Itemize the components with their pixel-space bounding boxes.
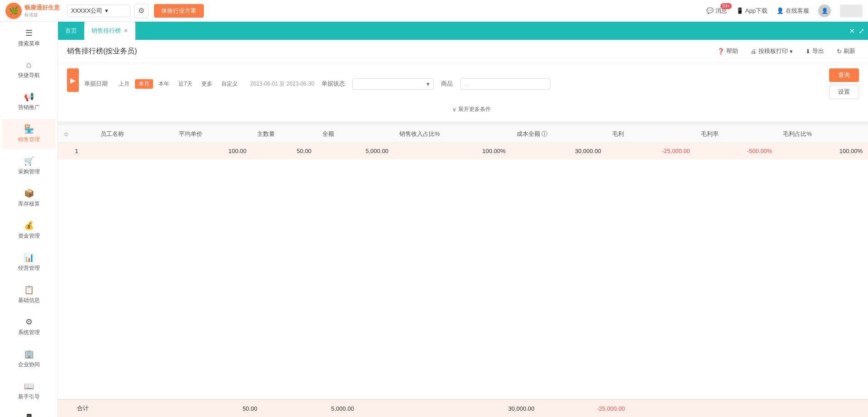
company-name: XXXXX公司 bbox=[71, 7, 102, 15]
filter-settings-button[interactable]: 设置 bbox=[829, 85, 859, 99]
print-chevron-icon: ▾ bbox=[790, 48, 793, 55]
print-label: 按模板打印 bbox=[758, 47, 788, 55]
status-select[interactable]: ▾ bbox=[352, 78, 434, 90]
date-tab-more[interactable]: 更多 bbox=[198, 79, 216, 89]
tab-close-all-icon[interactable]: ✕ bbox=[849, 27, 855, 35]
help-button[interactable]: ❓ 帮助 bbox=[714, 45, 742, 57]
sidebar-item-inventory[interactable]: 📦 库存核算 bbox=[2, 183, 56, 213]
footer-qty: 50.00 bbox=[243, 405, 331, 412]
sidebar-item-enterprise[interactable]: 🏢 企业协同 bbox=[2, 344, 56, 374]
sales-icon: 🏪 bbox=[24, 124, 34, 134]
basic-info-icon: 📋 bbox=[24, 285, 34, 295]
refresh-button[interactable]: ↻ 刷新 bbox=[833, 45, 859, 57]
guide-icon: 📖 bbox=[24, 381, 34, 391]
app-name: 畅康通好生意 bbox=[24, 4, 60, 12]
footer-amount: 5,000.00 bbox=[331, 405, 420, 412]
col-rank: ☆ bbox=[58, 125, 95, 143]
print-icon: 🖨 bbox=[751, 48, 757, 55]
app-download-button[interactable]: 📱 App下载 bbox=[736, 7, 767, 15]
sidebar-label-purchase: 采购管理 bbox=[18, 168, 40, 176]
messages-button[interactable]: 💬 消息 99+ bbox=[706, 7, 727, 15]
sales-ranking-table: ☆ 员工名称 平均单价 主数量 全额 销售收入占比% 成本全额 ⓘ 毛利 毛利率… bbox=[58, 125, 868, 159]
tab-home-label: 首页 bbox=[65, 27, 77, 35]
refresh-icon: ↻ bbox=[837, 48, 842, 55]
col-profit-ratio: 毛利占比% bbox=[777, 125, 868, 143]
sidebar-item-app-center[interactable]: 📱 应用中心 bbox=[2, 408, 56, 417]
cell-qty: 50.00 bbox=[252, 143, 317, 159]
sidebar-item-operation[interactable]: 📊 经营管理 bbox=[2, 247, 56, 278]
filter-row: 单据日期 上月 本月 本年 近7天 更多 自定义 2023-06-01 至 20… bbox=[84, 68, 859, 99]
settings-icon[interactable]: ⚙ bbox=[134, 4, 149, 18]
date-tab-cur-year[interactable]: 本年 bbox=[155, 79, 173, 89]
table-container: ☆ 员工名称 平均单价 主数量 全额 销售收入占比% 成本全额 ⓘ 毛利 毛利率… bbox=[58, 125, 868, 399]
finance-icon: 💰 bbox=[24, 220, 34, 230]
col-profit-rate: 毛利率 bbox=[695, 125, 777, 143]
service-icon: 👤 bbox=[777, 7, 784, 14]
print-button[interactable]: 🖨 按模板打印 ▾ bbox=[747, 45, 796, 57]
content-area: 首页 销售排行榜 ✕ ✕ ⤢ 销售排行榜(按业务员) ❓ 帮助 bbox=[58, 22, 868, 417]
expand-more-row[interactable]: ∨ 展开更多条件 bbox=[84, 103, 859, 116]
company-selector[interactable]: XXXXX公司 ▾ bbox=[67, 5, 130, 17]
date-label: 单据日期 bbox=[84, 80, 108, 88]
cell-profit: -25,000.00 bbox=[607, 143, 695, 159]
sidebar-item-marketing[interactable]: 📢 营销推广 bbox=[2, 86, 56, 117]
col-sales-ratio: 销售收入占比% bbox=[394, 125, 511, 143]
date-range-display: 2023-06-01 至 2023-06-30 bbox=[250, 80, 314, 88]
sidebar-item-sales[interactable]: 🏪 销售管理 bbox=[2, 119, 56, 149]
table-footer: 合计 50.00 5,000.00 30,000.00 -25,000.00 bbox=[58, 399, 868, 417]
sidebar-item-finance[interactable]: 💰 资金管理 bbox=[2, 215, 56, 245]
col-avg-price: 平均单价 bbox=[173, 125, 252, 143]
export-label: 导出 bbox=[812, 47, 824, 55]
col-amount: 全额 bbox=[317, 125, 394, 143]
online-service-button[interactable]: 👤 在线客服 bbox=[777, 7, 809, 15]
sidebar-item-system[interactable]: ⚙ 系统管理 bbox=[2, 312, 56, 342]
query-button[interactable]: 查询 bbox=[829, 68, 859, 82]
sidebar-item-basic-info[interactable]: 📋 基础信息 bbox=[2, 279, 56, 310]
date-tab-cur-month[interactable]: 本月 bbox=[135, 79, 153, 89]
date-tab-7days[interactable]: 近7天 bbox=[175, 79, 196, 89]
tab-close-icon[interactable]: ✕ bbox=[124, 28, 128, 34]
messages-badge: 99+ bbox=[720, 3, 732, 9]
system-icon: ⚙ bbox=[25, 317, 33, 327]
main-layout: ☰ 搜索菜单 ⌂ 快捷导航 📢 营销推广 🏪 销售管理 🛒 采购管理 📦 库存核… bbox=[0, 22, 868, 417]
sidebar-label-marketing: 营销推广 bbox=[18, 104, 40, 111]
sidebar-item-search-order[interactable]: ☰ 搜索菜单 bbox=[2, 23, 56, 53]
date-tab-prev-month[interactable]: 上月 bbox=[115, 79, 133, 89]
purchase-icon: 🛒 bbox=[24, 156, 34, 166]
sidebar-item-purchase[interactable]: 🛒 采购管理 bbox=[2, 151, 56, 181]
page-actions: ❓ 帮助 🖨 按模板打印 ▾ ⬇ 导出 ↻ 刷新 bbox=[714, 45, 859, 57]
tab-bar-actions: ✕ ⤢ bbox=[849, 27, 868, 35]
col-cost-amount: 成本全额 ⓘ bbox=[511, 125, 607, 143]
refresh-label: 刷新 bbox=[844, 47, 855, 55]
online-service-label: 在线客服 bbox=[786, 7, 809, 15]
app-logo: 🌿 bbox=[5, 3, 22, 19]
trial-button[interactable]: 体验行业方案 bbox=[154, 4, 204, 18]
export-button[interactable]: ⬇ 导出 bbox=[802, 45, 828, 57]
goods-input[interactable]: ... bbox=[460, 78, 551, 90]
sidebar-label-guide: 新手引导 bbox=[18, 393, 40, 401]
tab-sales-ranking[interactable]: 销售排行榜 ✕ bbox=[84, 22, 135, 40]
filter-toggle-button[interactable]: ▶ bbox=[67, 68, 79, 92]
sidebar-label-search: 搜索菜单 bbox=[18, 40, 40, 48]
tab-home[interactable]: 首页 bbox=[58, 22, 84, 40]
goods-placeholder: ... bbox=[464, 81, 547, 87]
chevron-down-icon: ▾ bbox=[105, 7, 108, 14]
download-icon: 📱 bbox=[736, 7, 743, 14]
date-tab-custom[interactable]: 自定义 bbox=[218, 79, 241, 89]
export-icon: ⬇ bbox=[806, 48, 810, 55]
table-row: 1 100.00 50.00 5,000.00 100.00% 30,000.0… bbox=[58, 143, 868, 159]
help-label: 帮助 bbox=[726, 47, 738, 55]
header-right: 💬 消息 99+ 📱 App下载 👤 在线客服 👤 bbox=[706, 5, 863, 17]
sidebar-label-system: 系统管理 bbox=[18, 329, 40, 336]
page-title: 销售排行榜(按业务员) bbox=[67, 47, 137, 56]
user-avatar[interactable]: 👤 bbox=[818, 5, 831, 17]
tab-expand-icon[interactable]: ⤢ bbox=[858, 27, 864, 35]
cell-employee bbox=[95, 143, 173, 159]
col-qty: 主数量 bbox=[252, 125, 317, 143]
chevron-down-expand-icon: ∨ bbox=[452, 106, 456, 113]
sidebar: ☰ 搜索菜单 ⌂ 快捷导航 📢 营销推广 🏪 销售管理 🛒 采购管理 📦 库存核… bbox=[0, 22, 58, 417]
sidebar-label-quicknav: 快捷导航 bbox=[18, 72, 40, 79]
sidebar-item-guide[interactable]: 📖 新手引导 bbox=[2, 376, 56, 406]
search-menu-icon: ☰ bbox=[25, 28, 33, 38]
sidebar-item-quick-nav[interactable]: ⌂ 快捷导航 bbox=[2, 55, 56, 85]
